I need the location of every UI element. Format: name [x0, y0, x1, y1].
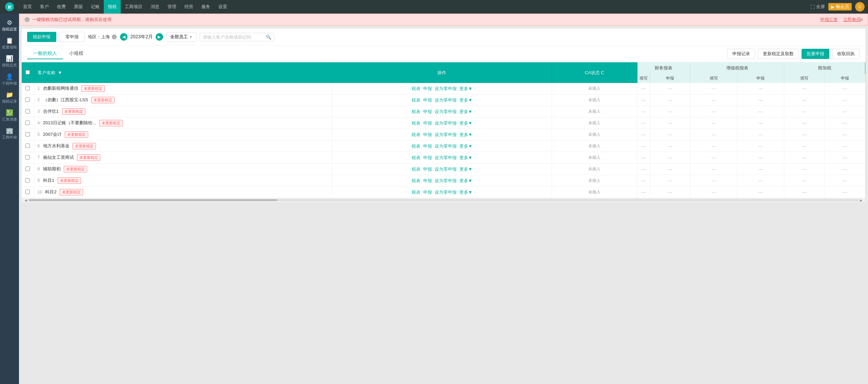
op-zero-link[interactable]: 设为零申报 — [435, 143, 457, 149]
sidebar-item-batch-tax[interactable]: 📋 批量报税 — [0, 34, 19, 52]
staff-dropdown[interactable]: 全部员工 ▼ — [166, 32, 196, 42]
nav-service[interactable]: 服务 — [197, 0, 214, 14]
row-col-1: — — [650, 83, 690, 94]
nav-settings[interactable]: 设置 — [214, 0, 231, 14]
op-zero-link[interactable]: 设为零申报 — [435, 178, 457, 184]
search-icon[interactable]: 🔍 — [266, 35, 271, 40]
op-submit-link[interactable]: 申报 — [423, 86, 432, 92]
date-prev-button[interactable]: ◀ — [120, 33, 127, 41]
row-col-5: — — [825, 94, 865, 106]
subtab-general-taxpayer[interactable]: 一般的税人 — [27, 48, 63, 59]
row-checkbox[interactable] — [25, 109, 30, 113]
row-checkbox[interactable] — [25, 98, 30, 102]
nav-operation[interactable]: 经营 — [180, 0, 197, 14]
buy-now-link[interactable]: 立即购买 — [843, 17, 861, 23]
sidebar-item-business-annual[interactable]: 🏢 工商年报 — [0, 124, 19, 142]
search-input[interactable] — [203, 35, 264, 40]
op-submit-link[interactable]: 申报 — [423, 189, 432, 195]
row-checkbox[interactable] — [25, 144, 30, 148]
subtab-small-scale[interactable]: 小规模 — [63, 48, 90, 59]
op-more-button[interactable]: 更多▼ — [459, 143, 473, 149]
sidebar-item-annual-settle[interactable]: 💹 汇算清缴 — [0, 106, 19, 124]
sidebar-item-personal-tax[interactable]: 👤 个税申报 — [0, 70, 19, 88]
status-tag: 未更新税定 — [65, 131, 88, 138]
op-submit-link[interactable]: 申报 — [423, 109, 432, 115]
tab-zero-declaration[interactable]: 零申报 — [60, 32, 84, 42]
member-button[interactable]: ▶ 畅会员 — [828, 3, 852, 10]
row-checkbox[interactable] — [25, 121, 30, 125]
op-submit-link[interactable]: 申报 — [423, 155, 432, 161]
op-zero-link[interactable]: 设为零申报 — [435, 120, 457, 126]
op-more-button[interactable]: 更多▼ — [459, 155, 473, 161]
sidebar-item-tax-record[interactable]: 📁 报税记录 — [0, 88, 19, 106]
horizontal-scrollbar[interactable]: ◀ ▶ — [22, 198, 865, 202]
nav-customer[interactable]: 客户 — [36, 0, 53, 14]
scroll-right-arrow[interactable]: ▶ — [859, 198, 864, 202]
op-more-button[interactable]: 更多▼ — [459, 166, 473, 172]
op-submit-link[interactable]: 申报 — [423, 120, 432, 126]
submit-summary-link[interactable]: 申报汇签 — [820, 17, 838, 23]
row-checkbox[interactable] — [25, 86, 30, 90]
submit-record-button[interactable]: 申报记录 — [727, 49, 755, 59]
op-submit-link[interactable]: 申报 — [423, 143, 432, 149]
op-taxform-link[interactable]: 税表 — [412, 132, 420, 138]
nav-business[interactable]: 工商项目 — [121, 0, 146, 14]
nav-message[interactable]: 消息 — [146, 0, 163, 14]
row-checkbox[interactable] — [25, 178, 30, 183]
nav-billing[interactable]: 收费 — [53, 0, 70, 14]
op-more-button[interactable]: 更多▼ — [459, 97, 473, 103]
select-all-checkbox[interactable] — [25, 70, 30, 74]
op-taxform-link[interactable]: 税表 — [412, 189, 420, 195]
row-checkbox[interactable] — [25, 167, 30, 171]
scroll-track[interactable] — [28, 199, 859, 201]
region-info-icon[interactable]: i — [112, 35, 117, 39]
op-more-button[interactable]: 更多▼ — [459, 86, 473, 92]
tab-tax-declaration[interactable]: 税款申报 — [27, 32, 56, 42]
sort-icon[interactable]: ▼ — [58, 70, 62, 75]
nav-manage[interactable]: 管理 — [163, 0, 180, 14]
update-param-button[interactable]: 更新税定及取数 — [758, 49, 799, 59]
op-more-button[interactable]: 更多▼ — [459, 189, 473, 195]
op-taxform-link[interactable]: 税表 — [412, 120, 420, 126]
op-taxform-link[interactable]: 税表 — [412, 155, 420, 161]
scroll-thumb[interactable] — [28, 199, 277, 201]
op-more-button[interactable]: 更多▼ — [459, 178, 473, 184]
batch-submit-button[interactable]: 批量申报 — [802, 49, 829, 59]
op-taxform-link[interactable]: 税表 — [412, 86, 420, 92]
row-checkbox[interactable] — [25, 190, 30, 194]
nav-invoice[interactable]: 票据 — [70, 0, 87, 14]
scroll-left-arrow[interactable]: ◀ — [23, 198, 28, 202]
op-taxform-link[interactable]: 税表 — [412, 166, 420, 172]
sidebar-item-tax-overview[interactable]: 📊 报税总览 — [0, 52, 19, 70]
date-navigator: ◀ 2023年2月 ▶ — [120, 33, 163, 41]
fullscreen-button[interactable]: ⛶ 全屏 — [810, 4, 825, 10]
op-submit-link[interactable]: 申报 — [423, 97, 432, 103]
op-zero-link[interactable]: 设为零申报 — [435, 155, 457, 161]
row-checkbox[interactable] — [25, 132, 30, 136]
retrieve-receipt-button[interactable]: 收取回执 — [832, 49, 860, 59]
op-more-button[interactable]: 更多▼ — [459, 132, 473, 138]
op-taxform-link[interactable]: 税表 — [412, 143, 420, 149]
op-zero-link[interactable]: 设为零申报 — [435, 97, 457, 103]
nav-home[interactable]: 首页 — [19, 0, 36, 14]
op-more-button[interactable]: 更多▼ — [459, 109, 473, 115]
op-zero-link[interactable]: 设为零申报 — [435, 109, 457, 115]
op-taxform-link[interactable]: 税表 — [412, 178, 420, 184]
op-zero-link[interactable]: 设为零申报 — [435, 166, 457, 172]
nav-tax[interactable]: 报税 — [104, 0, 121, 14]
user-avatar[interactable]: C — [855, 2, 865, 12]
op-submit-link[interactable]: 申报 — [423, 178, 432, 184]
op-submit-link[interactable]: 申报 — [423, 132, 432, 138]
close-banner-button[interactable]: ✕ — [859, 17, 864, 23]
op-taxform-link[interactable]: 税表 — [412, 97, 420, 103]
op-submit-link[interactable]: 申报 — [423, 166, 432, 172]
op-taxform-link[interactable]: 税表 — [412, 109, 420, 115]
date-next-button[interactable]: ▶ — [156, 33, 163, 41]
row-checkbox[interactable] — [25, 155, 30, 159]
sidebar-item-tax-settings[interactable]: ⚙ 报税设置 — [0, 16, 19, 34]
nav-accounting[interactable]: 记账 — [87, 0, 104, 14]
op-more-button[interactable]: 更多▼ — [459, 120, 473, 126]
op-zero-link[interactable]: 设为零申报 — [435, 189, 457, 195]
op-zero-link[interactable]: 设为零申报 — [435, 132, 457, 138]
op-zero-link[interactable]: 设为零申报 — [435, 86, 457, 92]
